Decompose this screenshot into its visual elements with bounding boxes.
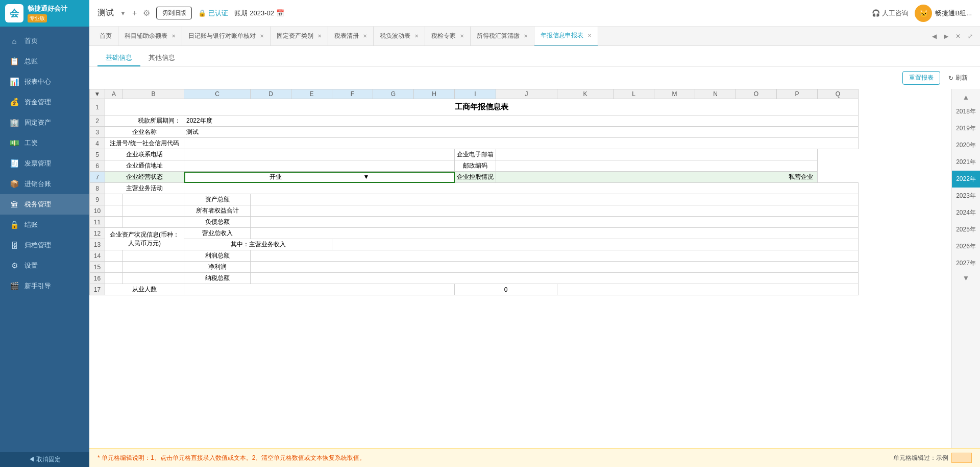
cell-16-b[interactable] — [123, 273, 184, 284]
sidebar-item-guide[interactable]: 🎬 新手引导 — [0, 276, 89, 296]
col-header-h[interactable]: H — [414, 89, 455, 99]
sidebar-logo[interactable]: 会 畅捷通好会计 专业版 — [0, 0, 89, 27]
col-header-p[interactable]: P — [777, 89, 818, 99]
cell-13-c[interactable]: 其中：主营业务收入 — [184, 239, 332, 250]
col-header-j[interactable]: J — [496, 89, 557, 99]
cell-7-c-dropdown[interactable]: 开业 ▼ — [184, 172, 455, 183]
cell-12-d[interactable] — [251, 228, 859, 239]
cell-9-c[interactable]: 资产总额 — [184, 194, 251, 205]
year-nav-down[interactable]: ▼ — [952, 272, 980, 284]
year-item-2021年[interactable]: 2021年 — [952, 154, 980, 171]
tab-home[interactable]: 首页 — [93, 27, 118, 46]
cell-5-c[interactable] — [184, 149, 455, 160]
cell-12-ab[interactable]: 企业资产状况信息(币种：人民币万元) — [105, 228, 184, 250]
col-header-n[interactable]: N — [695, 89, 736, 99]
inner-tab-0[interactable]: 基础信息 — [97, 50, 140, 66]
cell-10-b[interactable] — [123, 205, 184, 217]
cell-13-f[interactable] — [332, 239, 859, 250]
col-header-l[interactable]: L — [614, 89, 654, 99]
cell-6-k[interactable] — [496, 160, 818, 172]
topbar-dropdown-icon[interactable]: ▼ — [120, 10, 126, 17]
cell-15-d[interactable] — [251, 262, 859, 273]
year-item-2025年[interactable]: 2025年 — [952, 221, 980, 238]
cell-8-c[interactable] — [184, 183, 859, 194]
cell-12-c[interactable]: 营业总收入 — [184, 228, 251, 239]
sidebar-item-inventory[interactable]: 📦 进销台账 — [0, 174, 89, 194]
year-item-2022年[interactable]: 2022年 — [952, 171, 980, 188]
year-item-2026年[interactable]: 2026年 — [952, 238, 980, 255]
cell-3-ab[interactable]: 企业名称 — [105, 127, 184, 138]
calendar-icon[interactable]: 📅 — [276, 9, 284, 17]
cell-2-c[interactable]: 2022年度 — [184, 115, 859, 127]
cell-14-d[interactable] — [251, 250, 859, 262]
cell-10-d[interactable] — [251, 205, 859, 217]
year-item-2020年[interactable]: 2020年 — [952, 137, 980, 154]
tab-item-1[interactable]: 科目辅助余额表✕ — [118, 27, 182, 46]
cell-7-k[interactable]: 私营企业 — [496, 172, 818, 183]
sidebar-item-reports[interactable]: 📊 报表中心 — [0, 72, 89, 92]
cell-17-ab[interactable]: 从业人数 — [105, 284, 184, 295]
cell-10-c[interactable]: 所有者权益合计 — [184, 205, 251, 217]
cell-15-a[interactable] — [105, 262, 123, 273]
tab-item-3[interactable]: 固定资产类别✕ — [271, 27, 328, 46]
cell-15-c[interactable]: 净利润 — [184, 262, 251, 273]
col-header-q[interactable]: Q — [818, 89, 859, 99]
cell-7-ab[interactable]: 企业经营状态 — [105, 172, 184, 183]
tab-close-8[interactable]: ✕ — [587, 33, 592, 38]
tab-expand-btn[interactable]: ⤢ — [965, 31, 976, 42]
sidebar-item-home[interactable]: ⌂ 首页 — [0, 31, 89, 51]
cell-11-c[interactable]: 负债总额 — [184, 217, 251, 228]
refresh-btn[interactable]: ↻ 刷新 — [944, 72, 972, 84]
col-header-e[interactable]: E — [291, 89, 332, 99]
cell-9-d[interactable] — [251, 194, 859, 205]
topbar-settings-btn[interactable]: ⚙ — [143, 8, 150, 18]
tab-close-7[interactable]: ✕ — [524, 33, 528, 39]
tab-item-5[interactable]: 税负波动表✕ — [374, 27, 425, 46]
topbar-old-version-btn[interactable]: 切到旧版 — [156, 7, 192, 19]
cell-17-c[interactable] — [184, 284, 455, 295]
sidebar-item-settings[interactable]: ⚙ 设置 — [0, 255, 89, 276]
cell-6-j[interactable]: 邮政编码 — [455, 160, 496, 172]
cell-17-l[interactable] — [557, 284, 859, 295]
tab-close-4[interactable]: ✕ — [363, 33, 367, 39]
col-header-d[interactable]: D — [251, 89, 291, 99]
cell-11-d[interactable] — [251, 217, 859, 228]
sidebar-item-tax[interactable]: 🏛 税务管理 — [0, 194, 89, 215]
tab-close-5[interactable]: ✕ — [414, 33, 419, 39]
sidebar-item-payroll[interactable]: 💵 工资 — [0, 133, 89, 153]
col-header-k[interactable]: K — [557, 89, 614, 99]
col-header-i[interactable]: I — [455, 89, 496, 99]
tab-item-4[interactable]: 税表清册✕ — [328, 27, 374, 46]
tab-item-8[interactable]: 年报信息申报表✕ — [534, 27, 598, 46]
year-item-2024年[interactable]: 2024年 — [952, 204, 980, 221]
topbar-plus-btn[interactable]: + — [132, 9, 137, 18]
col-header-c[interactable]: C — [184, 89, 251, 99]
tab-item-7[interactable]: 所得税汇算清缴✕ — [471, 27, 534, 46]
cell-10-a[interactable] — [105, 205, 123, 217]
cell-5-ab[interactable]: 企业联系电话 — [105, 149, 184, 160]
year-nav-up[interactable]: ▲ — [952, 91, 980, 103]
sidebar-item-assets[interactable]: 🏢 固定资产 — [0, 112, 89, 133]
sidebar-item-archive[interactable]: 🗄 归档管理 — [0, 235, 89, 255]
tab-close-3[interactable]: ✕ — [317, 33, 322, 39]
tab-item-2[interactable]: 日记账与银行对账单核对✕ — [182, 27, 271, 46]
col-header-f[interactable]: F — [332, 89, 373, 99]
year-item-2023年[interactable]: 2023年 — [952, 188, 980, 204]
tab-prev-btn[interactable]: ◀ — [929, 31, 940, 42]
sheet-title-cell[interactable]: 工商年报信息表 — [105, 99, 859, 115]
cell-6-ab[interactable]: 企业通信地址 — [105, 160, 184, 172]
cell-16-d[interactable] — [251, 273, 859, 284]
cell-4-c[interactable] — [184, 138, 859, 149]
col-header-a[interactable]: A — [105, 89, 123, 99]
cell-15-b[interactable] — [123, 262, 184, 273]
tab-next-btn[interactable]: ▶ — [941, 31, 951, 42]
reset-report-btn[interactable]: 重置报表 — [902, 71, 940, 85]
tab-close-2[interactable]: ✕ — [260, 33, 264, 39]
cell-16-a[interactable] — [105, 273, 123, 284]
col-header-m[interactable]: M — [654, 89, 695, 99]
cell-16-c[interactable]: 纳税总额 — [184, 273, 251, 284]
tab-item-6[interactable]: 税检专家✕ — [425, 27, 471, 46]
col-header-b[interactable]: B — [123, 89, 184, 99]
year-item-2019年[interactable]: 2019年 — [952, 120, 980, 137]
cell-17-j[interactable]: 0 — [455, 284, 557, 295]
